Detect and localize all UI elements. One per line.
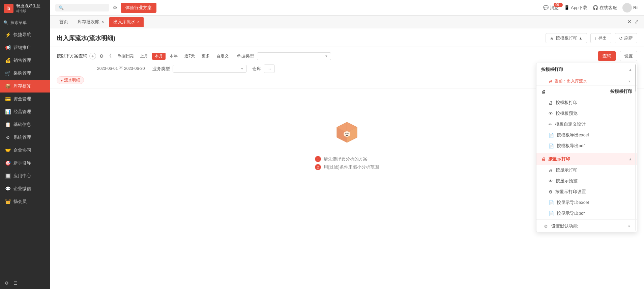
date-range-text: 2023-06-01 至 2023-06-30 (97, 66, 145, 71)
tab-inventory-batch[interactable]: 库存批次账 × (74, 17, 108, 27)
dropdown-display-print-settings-item[interactable]: ⚙ 按显示打印设置 (536, 186, 637, 197)
doc-type-select[interactable]: ▾ (257, 52, 331, 60)
dropdown-display-export-pdf-item[interactable]: 📄 按显示导出pdf (536, 208, 637, 219)
sidebar-nav: ⚡ 快捷导航 📢 营销推广 💰 销售管理 🛒 采购管理 📦 库存核算 💳 资金管… (0, 28, 50, 277)
dropdown-display-print-header[interactable]: 🖨 按显示打印 ▲ (536, 153, 637, 165)
app-download-label: App下载 (571, 5, 587, 11)
topbar-search[interactable]: 🔍 (55, 4, 109, 11)
dropdown-header-caret[interactable]: ▲ (628, 68, 632, 72)
export-button[interactable]: ↑ 导出 (590, 33, 612, 43)
settings-button[interactable]: 设置 (620, 51, 637, 61)
tab-inventory-batch-close[interactable]: × (101, 20, 104, 24)
set-default-label: 设置默认功能 (551, 223, 578, 229)
display-print-icon: 🖨 (549, 168, 553, 173)
warehouse-input[interactable]: ··· (264, 64, 275, 73)
dropdown-set-default-item[interactable]: ⚙ 设置默认功能 ▾ (536, 220, 637, 232)
sidebar-item-purchase[interactable]: 🛒 采购管理 (0, 67, 50, 80)
sidebar-item-basic[interactable]: 📋 基础信息 (0, 118, 50, 131)
sidebar-logo: b 畅捷通好生意 标准版 (0, 0, 50, 17)
refresh-button[interactable]: ↺ 刷新 (615, 33, 637, 43)
avatar-image (622, 3, 632, 12)
tab-home[interactable]: 首页 (55, 17, 72, 27)
filter-collapse-button[interactable]: 《 (107, 53, 112, 59)
tabs-right-actions: ✕ ⤢ (627, 19, 639, 25)
date-tag-last-7[interactable]: 近7天 (182, 53, 198, 60)
active-filter-tag[interactable]: ● 流水明细 (57, 76, 84, 84)
display-section-caret: ▲ (628, 157, 632, 161)
filter-section-text: 按以下方案查询 (57, 53, 87, 59)
app-download-button[interactable]: 📱 App下载 (564, 5, 587, 11)
dropdown-scrollbar-track[interactable] (635, 64, 636, 231)
sidebar-item-label: 资金管理 (13, 96, 31, 102)
sidebar-item-label: 库存核算 (13, 83, 31, 89)
tab-stock-flow[interactable]: 出入库流水 × (109, 17, 144, 27)
message-button[interactable]: 💬 消息 99+ (543, 5, 559, 11)
print-template-button[interactable]: 🖨 按模板打印 ▲ (546, 33, 587, 43)
sidebar-item-label: 应用中心 (13, 173, 31, 179)
dropdown-template-print-item[interactable]: 🖨 按模板打印 (536, 97, 637, 108)
main-area: 🔍 ⚙ 体验行业方案 💬 消息 99+ 📱 App下载 🎧 在线客服 Rit (50, 0, 644, 289)
dropdown-template-print-header[interactable]: 🖨 按模板打印 (536, 85, 637, 97)
sidebar-item-finance[interactable]: 💳 资金管理 (0, 93, 50, 105)
dropdown-scrollbar-thumb[interactable] (635, 64, 636, 91)
date-tag-this-year[interactable]: 本年 (167, 53, 180, 60)
sidebar-item-app-center[interactable]: 🔲 应用中心 (0, 169, 50, 182)
refresh-icon: ↺ (619, 36, 623, 41)
dropdown-template-custom-item[interactable]: ✏ 模板自定义设计 (536, 119, 637, 130)
dropdown-template-export-pdf-item[interactable]: 📄 按模板导出pdf (536, 140, 637, 151)
page-content: 出入库流水(流水明细) 🖨 按模板打印 ▲ ↑ 导出 ↺ 刷新 (50, 28, 644, 289)
empty-steps: 1 请先选择要分析的方案 2 用[过滤]条件来缩小分析范围 (315, 156, 379, 172)
sidebar-item-enterprise[interactable]: 🤝 企业协同 (0, 144, 50, 157)
sidebar-item-marketing[interactable]: 📢 营销推广 (0, 41, 50, 54)
basic-icon: 📋 (5, 122, 11, 127)
dropdown-display-print-item[interactable]: 🖨 按显示打印 (536, 165, 637, 176)
search-icon: 🔍 (3, 20, 8, 25)
sidebar-item-corp-wechat[interactable]: 💬 企业微信 (0, 182, 50, 195)
sidebar-search-label: 搜索菜单 (10, 20, 27, 26)
tab-expand-icon[interactable]: ⤢ (634, 19, 639, 25)
page-header: 出入库流水(流水明细) 🖨 按模板打印 ▲ ↑ 导出 ↺ 刷新 (50, 28, 644, 47)
sidebar-search[interactable]: 🔍 搜索菜单 (0, 17, 50, 28)
sidebar-item-system[interactable]: ⚙ 系统管理 (0, 131, 50, 144)
dropdown-template-export-excel-item[interactable]: 📄 按模板导出excel (536, 130, 637, 140)
sidebar-item-member[interactable]: 👑 畅会员 (0, 195, 50, 208)
page-actions: 🖨 按模板打印 ▲ ↑ 导出 ↺ 刷新 (546, 33, 637, 43)
query-button[interactable]: 查询 (598, 51, 616, 61)
finance-icon: 💳 (5, 96, 11, 102)
dropdown-template-preview-item[interactable]: 👁 按模板预览 (536, 108, 637, 119)
filter-add-button[interactable]: + (89, 53, 96, 59)
user-avatar[interactable]: Rit (622, 3, 639, 12)
sidebar-item-guide[interactable]: 🎯 新手引导 (0, 157, 50, 169)
sidebar-item-operation[interactable]: 📊 经营管理 (0, 105, 50, 118)
dropdown-display-export-excel-item[interactable]: 📄 按显示导出excel (536, 197, 637, 208)
print-dropdown-panel[interactable]: 按模板打印 ▲ 🖨 当前：出入库流水 ▾ 🖨 按模板打印 🖨 按模板打印 👁 (536, 63, 637, 232)
date-tag-last-month[interactable]: 上月 (137, 53, 151, 60)
tab-stock-flow-close[interactable]: × (137, 20, 140, 24)
date-tag-custom[interactable]: 自定义 (214, 53, 231, 60)
filter-gear-button[interactable]: ⚙ (98, 53, 105, 59)
date-tag-more[interactable]: 更多 (199, 53, 212, 60)
topbar-gear-icon[interactable]: ⚙ (113, 4, 117, 11)
business-type-select[interactable]: ▾ (173, 65, 247, 73)
sidebar-item-label: 新手引导 (13, 160, 31, 166)
sidebar-item-sales[interactable]: 💰 销售管理 (0, 54, 50, 67)
display-print-settings-label: 按显示打印设置 (555, 189, 586, 195)
sidebar-collapse-icon[interactable]: ☰ (13, 281, 18, 286)
app-logo-icon: b (4, 4, 13, 13)
print-template-label: 按模板打印 (556, 35, 578, 41)
dropdown-current-caret-icon: ▾ (628, 79, 630, 83)
tab-close-all-icon[interactable]: ✕ (627, 19, 632, 25)
sidebar-item-inventory[interactable]: 📦 库存核算 (0, 80, 50, 93)
display-preview-icon: 👁 (549, 179, 553, 184)
set-default-icon: ⚙ (543, 224, 549, 229)
industry-solution-button[interactable]: 体验行业方案 (121, 3, 156, 13)
dropdown-current-section[interactable]: 🖨 当前：出入库流水 ▾ (536, 76, 637, 85)
sidebar-item-label: 经营管理 (13, 109, 31, 115)
business-type-label: 业务类型 (152, 66, 170, 72)
sidebar-item-quick-nav[interactable]: ⚡ 快捷导航 (0, 28, 50, 41)
sidebar-settings-icon[interactable]: ⚙ (5, 281, 9, 286)
online-service-button[interactable]: 🎧 在线客服 (593, 5, 617, 11)
dropdown-display-preview-item[interactable]: 👁 按显示预览 (536, 176, 637, 186)
doc-type-caret-icon: ▾ (325, 54, 327, 58)
date-tag-this-month[interactable]: 本月 (152, 53, 166, 60)
